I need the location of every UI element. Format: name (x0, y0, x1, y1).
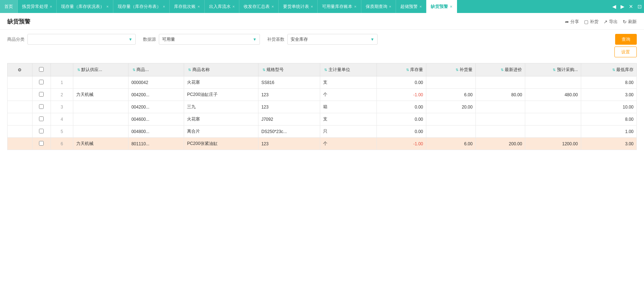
close-tab-shortage[interactable]: × (450, 4, 452, 9)
table-row: 6 力天机械 801110... PC200张紧油缸 123 个 -1.00 6… (8, 138, 637, 150)
datasource-select-value: 可用量 (162, 36, 253, 43)
row-settings-5 (8, 138, 32, 150)
row-settings-4 (8, 125, 32, 138)
export-icon: ↗ (604, 19, 608, 25)
close-tab-inout[interactable]: × (232, 4, 235, 9)
export-button[interactable]: ↗ 导出 (604, 19, 618, 25)
row-stock-1: -1.00 (377, 89, 426, 101)
row-estpurchase-3 (525, 113, 581, 125)
close-tab-overstock[interactable]: × (419, 4, 422, 9)
tab-close-current[interactable]: ✕ (627, 0, 635, 13)
replenish-sort-icon: ⇅ (456, 68, 458, 72)
close-tab-collect[interactable]: × (271, 4, 274, 9)
settings-button[interactable]: 设置 (614, 47, 637, 57)
tab-scroll-left[interactable]: ◀ (610, 0, 618, 13)
row-check-5[interactable] (32, 138, 51, 150)
th-spec[interactable]: ⇅ 规格型号 (258, 63, 320, 76)
row-unit-5: 个 (320, 138, 377, 150)
row-latestprice-4 (476, 125, 525, 138)
row-check-0[interactable] (32, 76, 51, 89)
row-minstock-0: 8.00 (581, 76, 636, 89)
replenish-button[interactable]: ▢ 补货 (584, 19, 599, 25)
row-latestprice-2 (476, 101, 525, 113)
row-estpurchase-2 (525, 101, 581, 113)
row-estpurchase-5: 1200.00 (525, 138, 581, 150)
row-checkbox-0[interactable] (39, 80, 44, 84)
th-goodsid[interactable]: ⇅ 商品... (128, 63, 184, 76)
tab-home[interactable]: 首页 (0, 0, 18, 13)
row-checkbox-1[interactable] (39, 92, 44, 97)
category-select[interactable]: ▼ (27, 34, 136, 45)
row-supplier-1: 力天机械 (73, 89, 128, 101)
row-checkbox-3[interactable] (39, 116, 44, 121)
row-check-1[interactable] (32, 89, 51, 101)
row-replenish-1: 6.00 (426, 89, 476, 101)
row-checkbox-4[interactable] (39, 129, 44, 133)
table-row: 1 0000042 火花塞 SS816 支 0.00 8.00 (8, 76, 637, 89)
row-index-4: 5 (51, 125, 73, 138)
th-replenish[interactable]: ⇅ 补货量 (426, 63, 476, 76)
tab-collect[interactable]: 收发存汇总表 × (239, 0, 278, 13)
row-checkbox-5[interactable] (39, 141, 44, 146)
row-spec-5: 123 (258, 138, 320, 150)
replenish-icon: ▢ (584, 19, 588, 25)
table-container: ⚙ ⇅ 默认供应... ⇅ 商品... ⇅ (0, 59, 644, 154)
row-supplier-0 (73, 76, 128, 89)
row-check-2[interactable] (32, 101, 51, 113)
tab-scroll-right[interactable]: ▶ (618, 0, 627, 13)
refresh-button[interactable]: ↻ 刷新 (623, 19, 637, 25)
row-goodsid-0: 0000042 (128, 76, 184, 89)
th-index (51, 63, 73, 76)
th-stock[interactable]: ⇅ 库存量 (377, 63, 426, 76)
page-header: 缺货预警 ➦ 分享 ▢ 补货 ↗ 导出 ↻ 刷新 (0, 13, 644, 30)
close-tab-inventory-status[interactable]: × (106, 4, 108, 9)
row-check-3[interactable] (32, 113, 51, 125)
row-estpurchase-1: 480.00 (525, 89, 581, 101)
tab-inventory-status[interactable]: 现存量（库存状况表） × (57, 0, 113, 13)
row-goodsid-1: 004200... (128, 89, 184, 101)
tab-expiry[interactable]: 保质期查询 × (361, 0, 396, 13)
tab-available[interactable]: 可用量库存账本 × (318, 0, 361, 13)
close-tab-inventory-dist[interactable]: × (163, 4, 165, 9)
row-goodsname-1: PC200油缸庄子 (184, 89, 258, 101)
tab-batch[interactable]: 库存批次账 × (170, 0, 204, 13)
th-estpurchase[interactable]: ⇅ 预计采购... (525, 63, 581, 76)
tab-abnormal[interactable]: 拣货异常处理 × (18, 0, 57, 13)
row-check-4[interactable] (32, 125, 51, 138)
datasource-select[interactable]: 可用量 ▼ (159, 34, 260, 45)
close-tab-batch[interactable]: × (197, 4, 200, 9)
close-tab-abnormal[interactable]: × (50, 4, 52, 9)
th-minstock[interactable]: ⇅ 最低库存 (581, 63, 636, 76)
row-latestprice-5: 200.00 (476, 138, 525, 150)
row-index-5: 6 (51, 138, 73, 150)
close-tab-demand[interactable]: × (311, 4, 313, 9)
tab-overstock[interactable]: 超储预警 × (396, 0, 426, 13)
tab-inventory-dist[interactable]: 现存量（库存分布表） × (113, 0, 170, 13)
row-replenish-5: 6.00 (426, 138, 476, 150)
share-icon: ➦ (565, 19, 569, 25)
th-settings[interactable]: ⚙ (8, 63, 32, 76)
th-goodsname[interactable]: ⇅ 商品名称 (184, 63, 258, 76)
row-spec-1: 123 (258, 89, 320, 101)
row-checkbox-2[interactable] (39, 104, 44, 109)
table-header-row: ⚙ ⇅ 默认供应... ⇅ 商品... ⇅ (8, 63, 637, 76)
th-check[interactable] (32, 63, 51, 76)
replenish-base-select[interactable]: 安全库存 ▼ (287, 34, 378, 45)
filter-right-buttons: 查询 设置 (614, 34, 637, 57)
tab-inout[interactable]: 出入库流水 × (205, 0, 239, 13)
close-tab-available[interactable]: × (354, 4, 356, 9)
tab-shortage[interactable]: 缺货预警 × (426, 0, 457, 13)
row-stock-0: 0.00 (377, 76, 426, 89)
query-button[interactable]: 查询 (615, 34, 637, 45)
tab-demand[interactable]: 要货单统计表 × (279, 0, 318, 13)
share-button[interactable]: ➦ 分享 (565, 19, 579, 25)
supplier-sort-icon: ⇅ (77, 68, 80, 72)
close-tab-expiry[interactable]: × (389, 4, 391, 9)
row-unit-4: 只 (320, 125, 377, 138)
row-spec-3: J7092 (258, 113, 320, 125)
select-all-checkbox[interactable] (39, 67, 44, 72)
th-unit[interactable]: ⇅ 主计量单位 (320, 63, 377, 76)
tab-close-all[interactable]: ⊡ (635, 0, 644, 13)
th-latestprice[interactable]: ⇅ 最新进价 (476, 63, 525, 76)
th-supplier[interactable]: ⇅ 默认供应... (73, 63, 128, 76)
